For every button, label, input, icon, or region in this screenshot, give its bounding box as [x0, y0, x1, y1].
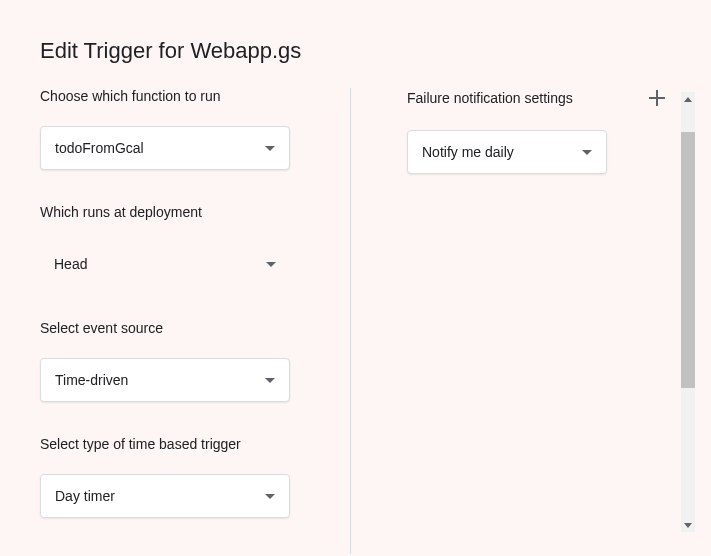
chevron-down-icon	[265, 378, 275, 383]
scrollbar[interactable]	[681, 92, 695, 532]
deployment-label: Which runs at deployment	[40, 204, 314, 220]
function-label: Choose which function to run	[40, 88, 314, 104]
trigger-type-value: Day timer	[55, 488, 115, 504]
chevron-down-icon	[266, 262, 276, 267]
trigger-type-label: Select type of time based trigger	[40, 436, 314, 452]
right-column: Failure notification settings Notify me …	[351, 88, 711, 554]
deployment-dropdown[interactable]: Head	[40, 242, 290, 286]
scrollbar-arrow-down-icon[interactable]	[681, 518, 695, 532]
trigger-type-field: Select type of time based trigger Day ti…	[40, 436, 314, 518]
function-value: todoFromGcal	[55, 140, 144, 156]
chevron-down-icon	[582, 150, 592, 155]
dialog-title: Edit Trigger for Webapp.gs	[0, 0, 711, 88]
trigger-type-dropdown[interactable]: Day timer	[40, 474, 290, 518]
chevron-down-icon	[265, 146, 275, 151]
deployment-field: Which runs at deployment Head	[40, 204, 314, 286]
notification-header: Failure notification settings	[407, 88, 667, 108]
scrollbar-arrow-up-icon[interactable]	[681, 92, 695, 106]
edit-trigger-dialog: Edit Trigger for Webapp.gs Choose which …	[0, 0, 711, 556]
notification-dropdown[interactable]: Notify me daily	[407, 130, 607, 174]
event-source-label: Select event source	[40, 320, 314, 336]
left-column: Choose which function to run todoFromGca…	[40, 88, 350, 554]
notification-value: Notify me daily	[422, 144, 514, 160]
chevron-down-icon	[265, 494, 275, 499]
notification-field: Failure notification settings Notify me …	[407, 88, 667, 174]
notification-label: Failure notification settings	[407, 90, 573, 106]
function-dropdown[interactable]: todoFromGcal	[40, 126, 290, 170]
dialog-content: Choose which function to run todoFromGca…	[0, 88, 711, 554]
function-field: Choose which function to run todoFromGca…	[40, 88, 314, 170]
deployment-value: Head	[54, 256, 87, 272]
scrollbar-thumb[interactable]	[681, 132, 695, 388]
event-source-field: Select event source Time-driven	[40, 320, 314, 402]
event-source-dropdown[interactable]: Time-driven	[40, 358, 290, 402]
event-source-value: Time-driven	[55, 372, 128, 388]
plus-icon[interactable]	[647, 88, 667, 108]
